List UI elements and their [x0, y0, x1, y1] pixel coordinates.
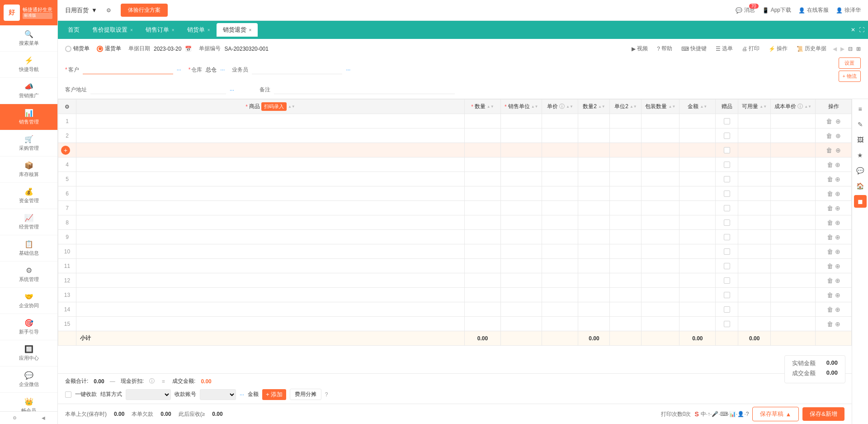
- price-cell[interactable]: [542, 114, 578, 129]
- product-cell[interactable]: [76, 129, 465, 143]
- dots-account[interactable]: ···: [240, 391, 244, 398]
- copy-btn[interactable]: ⊕: [834, 175, 841, 184]
- unit2-cell[interactable]: [610, 129, 642, 143]
- gift-checkbox[interactable]: [724, 191, 730, 197]
- video-btn[interactable]: ▶ 视频: [629, 43, 651, 54]
- delete-btn[interactable]: 🗑: [826, 305, 834, 314]
- account-select[interactable]: [200, 389, 236, 400]
- pkg-cell[interactable]: [642, 129, 679, 143]
- radio-sale-bill[interactable]: 销货单: [65, 45, 90, 52]
- qty-cell[interactable]: [464, 129, 500, 143]
- qty2-cell[interactable]: [578, 114, 610, 129]
- sidebar-item-nav[interactable]: ⚡ 快捷导航: [0, 52, 57, 78]
- delete-btn[interactable]: 🗑: [825, 146, 833, 155]
- right-btn-4[interactable]: ★: [854, 149, 867, 162]
- sort-arrows[interactable]: ▲▼: [630, 105, 637, 109]
- calendar-icon[interactable]: 📅: [185, 46, 192, 52]
- sidebar-item-app-center[interactable]: 🔲 应用中心: [0, 340, 57, 367]
- sort-arrows[interactable]: ▲▼: [668, 105, 675, 109]
- gift-checkbox[interactable]: [724, 147, 730, 153]
- delete-btn[interactable]: 🗑: [826, 276, 834, 285]
- shortcut-btn[interactable]: ⌨ 快捷键: [679, 43, 709, 54]
- product-input-active[interactable]: [79, 147, 462, 153]
- copy-btn[interactable]: ⊕: [835, 146, 842, 155]
- calc-method-select[interactable]: [126, 389, 171, 400]
- sort-arrows[interactable]: ▲▼: [487, 105, 494, 109]
- sort-arrows[interactable]: ▲▼: [760, 105, 767, 109]
- delete-btn[interactable]: 🗑: [826, 262, 834, 271]
- sidebar-item-system[interactable]: ⚙ 系统管理: [0, 262, 57, 288]
- pkg-cell[interactable]: [642, 114, 679, 129]
- view-table-icon[interactable]: ⊟: [848, 46, 853, 52]
- gift-checkbox[interactable]: [724, 176, 730, 182]
- unit2-cell[interactable]: [610, 114, 642, 129]
- address-dots[interactable]: ···: [230, 87, 234, 93]
- sort-arrows[interactable]: ▲▼: [598, 105, 605, 109]
- gift-checkbox[interactable]: [724, 219, 730, 226]
- qty2-cell[interactable]: [578, 143, 610, 157]
- gift-checkbox[interactable]: [724, 321, 730, 327]
- tab-sales-order[interactable]: 销售订单 ×: [139, 23, 181, 37]
- price-cell[interactable]: [542, 129, 578, 143]
- copy-btn[interactable]: ⊕: [834, 305, 841, 314]
- trial-btn[interactable]: 体验行业方案: [121, 4, 168, 17]
- gift-checkbox[interactable]: [724, 263, 730, 269]
- tab-home[interactable]: 首页: [61, 23, 86, 37]
- copy-btn[interactable]: ⊕: [834, 160, 841, 169]
- radio-return-bill[interactable]: 退货单: [97, 45, 121, 52]
- unit-cell[interactable]: [500, 114, 542, 129]
- gift-checkbox[interactable]: [724, 292, 730, 298]
- tab-price-settings[interactable]: 售价提取设置 ×: [86, 23, 139, 37]
- sidebar-item-sales[interactable]: 📊 销售管理: [0, 104, 57, 130]
- unit-cell[interactable]: [500, 143, 542, 157]
- close-icon[interactable]: ×: [130, 28, 133, 33]
- sort-arrows[interactable]: ▲▼: [288, 105, 295, 109]
- settings-icon[interactable]: ⚙: [103, 4, 115, 17]
- collapse-btn[interactable]: ◀: [42, 415, 45, 420]
- close-icon[interactable]: ×: [208, 28, 210, 33]
- right-btn-2[interactable]: ✎: [854, 118, 867, 131]
- gift-checkbox[interactable]: [724, 277, 730, 284]
- scan-btn[interactable]: 扫码录入: [261, 102, 287, 111]
- sidebar-item-enterprise[interactable]: 🤝 企业协同: [0, 288, 57, 314]
- tab-sales-return[interactable]: 销货退货 ×: [217, 23, 258, 37]
- avail-cell[interactable]: [738, 129, 771, 143]
- split-btn[interactable]: 费用分摊: [290, 389, 321, 400]
- delete-btn[interactable]: 🗑: [826, 247, 834, 256]
- gift-cell[interactable]: [716, 143, 738, 157]
- online-service-btn[interactable]: 👤 在线客服: [798, 6, 829, 14]
- price-cell[interactable]: [542, 143, 578, 157]
- sidebar-item-operations[interactable]: 📈 经营管理: [0, 209, 57, 235]
- copy-btn[interactable]: ⊕: [835, 117, 842, 126]
- gift-checkbox[interactable]: [724, 306, 730, 313]
- gift-checkbox[interactable]: [724, 162, 730, 168]
- unit2-cell[interactable]: [610, 143, 642, 157]
- right-btn-5[interactable]: 💬: [854, 164, 867, 177]
- gift-checkbox[interactable]: [724, 133, 730, 139]
- copy-btn[interactable]: ⊕: [834, 291, 841, 300]
- qty-cell[interactable]: [464, 114, 500, 129]
- staff-input[interactable]: [252, 66, 342, 74]
- copy-btn[interactable]: ⊕: [834, 276, 841, 285]
- copy-btn[interactable]: ⊕: [834, 247, 841, 256]
- delete-btn[interactable]: 🗑: [826, 319, 834, 329]
- sidebar-item-basic-info[interactable]: 📋 基础信息: [0, 235, 57, 262]
- copy-btn[interactable]: ⊕: [834, 189, 841, 198]
- delete-btn[interactable]: 🗑: [826, 233, 834, 242]
- warehouse-dots[interactable]: ···: [220, 67, 225, 73]
- help-icon[interactable]: ?: [325, 391, 328, 398]
- sort-arrows[interactable]: ▲▼: [566, 105, 573, 109]
- delete-btn[interactable]: 🗑: [826, 160, 834, 169]
- sort-arrows[interactable]: ▲▼: [531, 105, 538, 109]
- history-btn[interactable]: 📜 历史单据: [794, 43, 829, 54]
- sort-arrows[interactable]: ▲▼: [804, 105, 811, 109]
- delete-btn[interactable]: 🗑: [826, 189, 834, 198]
- app-download-btn[interactable]: 📱 App下载: [762, 6, 791, 14]
- remark-input[interactable]: [274, 86, 455, 94]
- customer-dots[interactable]: ···: [177, 67, 181, 73]
- delete-btn[interactable]: 🗑: [826, 218, 834, 227]
- user-menu[interactable]: 👤 徐泽华: [836, 6, 861, 14]
- view-grid-icon[interactable]: ⊞: [856, 46, 861, 52]
- copy-btn[interactable]: ⊕: [834, 262, 841, 271]
- info-icon[interactable]: ⓘ: [559, 103, 565, 110]
